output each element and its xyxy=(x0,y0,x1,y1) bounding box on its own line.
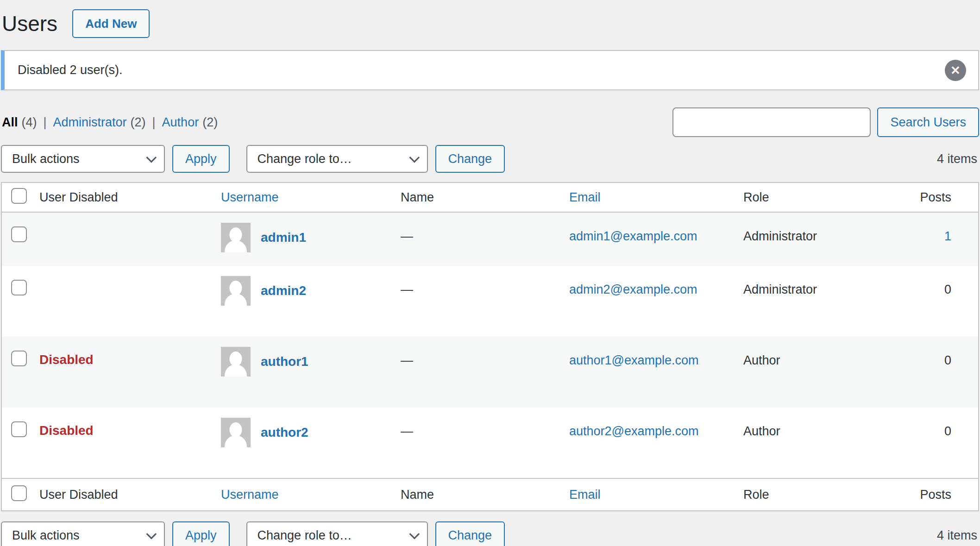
posts-count: 0 xyxy=(944,353,951,367)
filter-all-count: (4) xyxy=(22,115,37,129)
user-avatar-icon xyxy=(221,276,251,306)
table-row-admin2: admin2 — admin2@example.com Administrato… xyxy=(1,266,979,337)
column-footer-user-disabled: User Disabled xyxy=(32,478,214,511)
user-disabled-status xyxy=(32,266,214,337)
filter-search-row: All(4) | Administrator(2) | Author(2) Se… xyxy=(1,107,979,138)
column-footer-posts: Posts xyxy=(893,478,979,511)
users-admin-page: Users Add New Disabled 2 user(s). ✕ All(… xyxy=(0,0,980,546)
dismiss-notice-button[interactable]: ✕ xyxy=(945,60,966,81)
select-row-checkbox[interactable] xyxy=(11,280,27,295)
role-filter-list: All(4) | Administrator(2) | Author(2) xyxy=(1,115,218,130)
filter-all-label[interactable]: All xyxy=(2,115,18,129)
notice-message: Disabled 2 user(s). xyxy=(18,63,123,77)
filter-administrator[interactable]: Administrator(2) xyxy=(53,115,146,130)
table-row-author1: Disabled author1 — author1@example.com A… xyxy=(1,337,979,408)
search-users-input[interactable] xyxy=(672,107,871,137)
notice-banner: Disabled 2 user(s). ✕ xyxy=(1,50,979,90)
username-link[interactable]: author2 xyxy=(261,425,308,440)
chevron-down-icon xyxy=(409,152,420,163)
user-avatar-icon xyxy=(221,223,251,252)
username-link[interactable]: admin1 xyxy=(261,230,306,245)
column-header-username[interactable]: Username xyxy=(221,190,279,204)
items-count-top: 4 items xyxy=(937,152,979,166)
filter-all[interactable]: All(4) xyxy=(2,115,37,130)
table-row-admin1: admin1 — admin1@example.com Administrato… xyxy=(1,212,979,266)
user-disabled-status xyxy=(32,212,214,266)
column-header-user-disabled: User Disabled xyxy=(32,182,214,212)
table-header: User Disabled Username Name Email Role P… xyxy=(1,182,979,212)
change-role-select-top[interactable]: Change role to… xyxy=(246,145,428,173)
change-role-selected-value: Change role to… xyxy=(258,152,352,166)
user-name: — xyxy=(393,212,562,266)
change-button-bottom[interactable]: Change xyxy=(435,521,505,546)
table-footer: User Disabled Username Name Email Role P… xyxy=(1,478,979,511)
page-title: Users xyxy=(2,9,57,38)
filter-author-link[interactable]: Author xyxy=(162,115,199,129)
change-role-selected-value: Change role to… xyxy=(258,528,352,543)
add-new-user-button[interactable]: Add New xyxy=(72,9,150,38)
tablenav-bottom: Bulk actions Apply Change role to… Chang… xyxy=(1,521,979,546)
username-link[interactable]: author1 xyxy=(261,354,308,369)
user-name: — xyxy=(393,266,562,337)
column-header-email[interactable]: Email xyxy=(569,190,601,204)
search-users-button[interactable]: Search Users xyxy=(877,107,979,137)
select-row-checkbox[interactable] xyxy=(11,421,27,437)
page-header: Users Add New xyxy=(1,8,979,39)
column-footer-role: Role xyxy=(736,478,893,511)
users-table: User Disabled Username Name Email Role P… xyxy=(1,182,979,511)
select-row-checkbox[interactable] xyxy=(11,226,27,242)
user-email-link[interactable]: author1@example.com xyxy=(569,353,699,367)
username-link[interactable]: admin2 xyxy=(261,283,306,298)
apply-button-bottom[interactable]: Apply xyxy=(172,521,230,546)
user-name: — xyxy=(393,337,562,408)
user-avatar-icon xyxy=(221,347,251,377)
select-all-checkbox-top[interactable] xyxy=(11,188,27,204)
column-footer-username[interactable]: Username xyxy=(221,488,279,502)
column-header-name: Name xyxy=(393,182,562,212)
user-email-link[interactable]: author2@example.com xyxy=(569,424,699,438)
apply-button-top[interactable]: Apply xyxy=(172,145,230,173)
change-role-select-bottom[interactable]: Change role to… xyxy=(246,521,428,546)
posts-count: 0 xyxy=(944,424,951,438)
posts-count: 0 xyxy=(944,282,951,296)
items-count-bottom: 4 items xyxy=(937,528,979,543)
user-name: — xyxy=(393,408,562,478)
close-icon: ✕ xyxy=(945,60,966,81)
user-disabled-status: Disabled xyxy=(32,408,214,478)
filter-separator: | xyxy=(152,115,156,130)
filter-separator: | xyxy=(44,115,47,130)
filter-author-count: (2) xyxy=(202,115,218,129)
change-button-top[interactable]: Change xyxy=(435,145,505,173)
select-all-checkbox-bottom[interactable] xyxy=(11,485,27,501)
column-header-role: Role xyxy=(736,182,893,212)
user-avatar-icon xyxy=(221,418,251,447)
chevron-down-icon xyxy=(146,152,157,163)
column-footer-email[interactable]: Email xyxy=(569,488,601,502)
bulk-actions-selected-value: Bulk actions xyxy=(12,152,80,166)
filter-administrator-count: (2) xyxy=(131,115,146,129)
user-role: Administrator xyxy=(736,266,893,337)
bulk-actions-select-bottom[interactable]: Bulk actions xyxy=(1,521,165,546)
user-email-link[interactable]: admin1@example.com xyxy=(569,229,697,243)
chevron-down-icon xyxy=(146,529,157,540)
bulk-actions-selected-value: Bulk actions xyxy=(12,528,80,543)
bulk-actions-select-top[interactable]: Bulk actions xyxy=(1,145,165,173)
column-footer-name: Name xyxy=(393,478,562,511)
filter-author[interactable]: Author(2) xyxy=(162,115,218,130)
user-role: Author xyxy=(736,337,893,408)
search-box: Search Users xyxy=(672,107,979,137)
chevron-down-icon xyxy=(409,529,420,540)
tablenav-top: Bulk actions Apply Change role to… Chang… xyxy=(1,145,979,173)
filter-administrator-link[interactable]: Administrator xyxy=(53,115,127,129)
select-row-checkbox[interactable] xyxy=(11,351,27,366)
user-email-link[interactable]: admin2@example.com xyxy=(569,282,697,296)
user-role: Administrator xyxy=(736,212,893,266)
user-role: Author xyxy=(736,408,893,478)
column-header-posts: Posts xyxy=(893,182,979,212)
posts-count-link[interactable]: 1 xyxy=(944,229,951,243)
table-row-author2: Disabled author2 — author2@example.com A… xyxy=(1,408,979,478)
user-disabled-status: Disabled xyxy=(32,337,214,408)
